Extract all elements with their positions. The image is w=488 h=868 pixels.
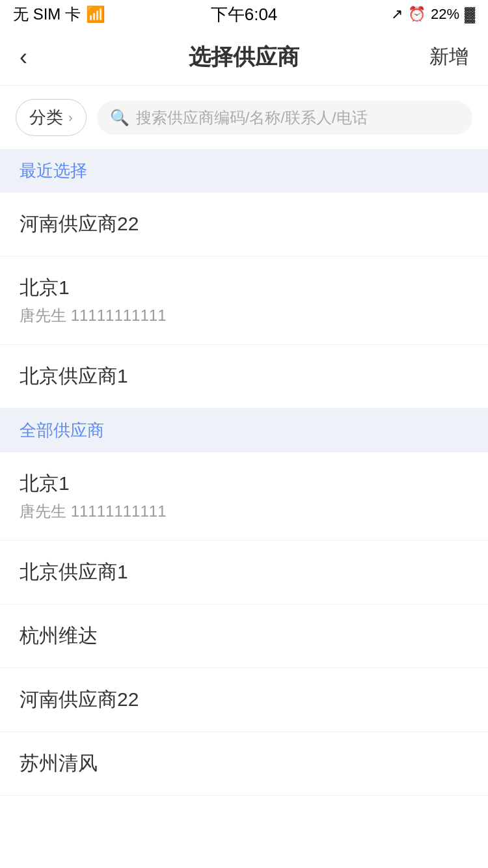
nav-bar: ‹ 选择供应商 新增 [0, 29, 488, 86]
supplier-name: 河南供应商22 [20, 686, 468, 713]
category-button[interactable]: 分类 › [16, 99, 87, 136]
alarm-icon: ⏰ [408, 6, 426, 23]
supplier-list: 最近选择河南供应商22北京1唐先生 11111111111北京供应商1全部供应商… [0, 149, 488, 796]
section-header-all: 全部供应商 [0, 409, 488, 452]
no-sim-text: 无 SIM 卡 [13, 4, 81, 25]
list-item[interactable]: 北京1唐先生 11111111111 [0, 256, 488, 345]
section-header-recent: 最近选择 [0, 149, 488, 193]
page-title: 选择供应商 [189, 42, 299, 72]
battery-icon: ▓ [465, 6, 475, 23]
supplier-name: 杭州维达 [20, 623, 468, 649]
list-item[interactable]: 河南供应商22 [0, 193, 488, 256]
search-input-wrapper: 🔍 [97, 101, 472, 135]
chevron-right-icon: › [68, 110, 73, 125]
supplier-name: 北京1 [20, 470, 468, 497]
search-bar: 分类 › 🔍 [0, 86, 488, 149]
search-input[interactable] [136, 109, 459, 127]
status-left: 无 SIM 卡 📶 [13, 4, 105, 25]
supplier-name: 北京供应商1 [20, 559, 468, 586]
list-item[interactable]: 北京供应商1 [0, 541, 488, 604]
list-item[interactable]: 杭州维达 [0, 604, 488, 668]
supplier-contact: 唐先生 11111111111 [20, 501, 468, 522]
list-item[interactable]: 北京1唐先生 11111111111 [0, 452, 488, 541]
status-time: 下午6:04 [211, 3, 278, 26]
supplier-contact: 唐先生 11111111111 [20, 305, 468, 326]
supplier-name: 河南供应商22 [20, 211, 468, 237]
supplier-name: 北京供应商1 [20, 363, 468, 390]
list-item[interactable]: 北京供应商1 [0, 345, 488, 409]
wifi-icon: 📶 [86, 5, 105, 23]
location-icon: ↗ [391, 6, 403, 23]
supplier-name: 北京1 [20, 275, 468, 301]
status-right: ↗ ⏰ 22% ▓ [391, 6, 475, 23]
battery-text: 22% [431, 6, 459, 23]
back-button[interactable]: ‹ [20, 44, 59, 71]
category-label: 分类 [29, 106, 63, 129]
add-button[interactable]: 新增 [429, 44, 468, 70]
list-item[interactable]: 河南供应商22 [0, 668, 488, 732]
list-item[interactable]: 苏州清风 [0, 732, 488, 796]
search-icon: 🔍 [110, 109, 129, 127]
status-bar: 无 SIM 卡 📶 下午6:04 ↗ ⏰ 22% ▓ [0, 0, 488, 29]
supplier-name: 苏州清风 [20, 750, 468, 777]
